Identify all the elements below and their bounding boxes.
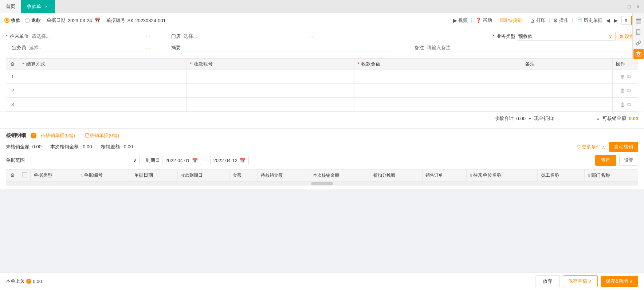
save-draft-button[interactable]: 保存草稿 ∧ — [563, 275, 598, 287]
calendar-icon[interactable]: 📅 — [94, 17, 101, 23]
chevron-up-icon: ∧ — [602, 144, 605, 150]
row-amount-1[interactable] — [354, 70, 522, 84]
row-settlement-2[interactable] — [19, 84, 187, 98]
verify-filter-row: 单据范围 ∨ 到期日 2022-04-01 📅 — 2022-04-12 — [6, 155, 638, 166]
divider2 — [496, 18, 496, 23]
date-from-input[interactable]: 2022-04-01 📅 — [162, 156, 201, 165]
staff-input[interactable] — [28, 44, 143, 51]
shop-more-btn[interactable]: ··· — [307, 34, 315, 39]
tab-home-label: 首页 — [6, 3, 15, 10]
th-gear[interactable]: ⚙ — [6, 59, 19, 70]
video-btn[interactable]: ▶ 视频 — [453, 17, 468, 24]
history-btn[interactable]: 📄 历史单据 — [576, 17, 602, 24]
sidebar-icon-3[interactable] — [633, 38, 644, 48]
row-settlement-3[interactable] — [19, 98, 187, 111]
partner-more-btn[interactable]: ··· — [144, 34, 152, 39]
pending-tab[interactable]: 待核销单据(0笔) — [41, 132, 75, 139]
sidebar-icon-2[interactable] — [633, 27, 644, 37]
row-notes-2[interactable] — [522, 84, 612, 98]
table-section: ⚙ * 结算方式 * 收款账号 * — [0, 58, 644, 111]
sidebar-icon-1[interactable] — [633, 16, 644, 26]
nav-next[interactable]: ▶ — [614, 17, 618, 23]
total-value: 0.00 — [517, 116, 526, 121]
table-gear-icon[interactable]: ⚙ — [10, 61, 15, 67]
main-content: 收款 退款 单据日期 2023-03-24 📅 单据编号 SK-20230324… — [0, 13, 644, 189]
radio-receipt[interactable]: 收款 — [4, 17, 20, 24]
operations-btn[interactable]: ⚙ 操作 — [553, 17, 569, 24]
tab-receipt[interactable]: 收款单 × — [21, 0, 55, 13]
radio-refund[interactable]: 退款 — [25, 17, 41, 24]
more-conditions-btn[interactable]: ▽ 更多条件 ∧ — [577, 144, 605, 150]
row-copy-2[interactable]: ⧉ — [627, 87, 631, 94]
discount-input[interactable] — [557, 115, 594, 122]
summary-input[interactable] — [182, 44, 395, 51]
row-notes-1[interactable] — [522, 70, 612, 84]
type-value: 预收款 — [518, 33, 533, 40]
tab-close-icon[interactable]: × — [43, 4, 49, 9]
bth-gear[interactable]: ⚙ — [6, 170, 19, 181]
row-account-1[interactable] — [187, 70, 354, 84]
save-new-button[interactable]: 保存&新增 ∧ — [601, 276, 638, 287]
sidebar-icon-4[interactable] — [633, 49, 644, 59]
verify-info-icon[interactable]: ? — [31, 133, 36, 138]
more-conditions-label: 更多条件 — [582, 144, 601, 150]
shop-field: 门店 ··· — [169, 33, 315, 40]
radio-refund-circle — [25, 18, 30, 23]
number-label: 单据编号 — [106, 17, 125, 24]
tab-home[interactable]: 首页 — [0, 0, 21, 13]
bottom-gear-icon[interactable]: ⚙ — [10, 172, 15, 178]
row-delete-3[interactable]: 🗑 — [620, 102, 625, 107]
help-label: 帮助 — [483, 17, 492, 24]
done-tab[interactable]: 已核销单据(0笔) — [85, 132, 119, 139]
row-delete-1[interactable]: 🗑 — [620, 74, 625, 80]
bth-current: 本次核销金额 — [310, 170, 370, 181]
date-to-input[interactable]: 2022-04-12 📅 — [210, 156, 249, 165]
th-amount: * 收款金额 — [354, 59, 522, 70]
row-account-2[interactable] — [187, 84, 354, 98]
staff-more-btn[interactable]: ··· — [144, 45, 152, 51]
row-amount-3[interactable] — [354, 98, 522, 111]
auto-verify-btn[interactable]: 自动核销 — [609, 142, 638, 152]
content-area: 收款 退款 单据日期 2023-03-24 📅 单据编号 SK-20230324… — [0, 13, 644, 290]
row-notes-3[interactable] — [522, 98, 612, 111]
print-btn[interactable]: 🖨 打印 — [530, 17, 546, 24]
maximize-button[interactable]: □ — [626, 4, 632, 9]
type-arrow-icon: ∨ — [609, 34, 612, 39]
list-layout-btn[interactable]: ≡ — [621, 16, 630, 25]
bottom-settings-btn[interactable]: 设置 — [619, 155, 638, 166]
row-num-1: 1 — [6, 70, 19, 84]
row-settlement-1[interactable] — [19, 70, 187, 84]
diff-stat: 核销差额: 0.00 — [101, 144, 133, 150]
select-all-checkbox[interactable] — [22, 172, 27, 177]
partner-input[interactable] — [30, 33, 143, 40]
notes-label: 备注 — [412, 44, 424, 51]
row-delete-2[interactable]: 🗑 — [620, 88, 625, 94]
bth-checkbox[interactable] — [19, 170, 31, 181]
row-account-3[interactable] — [187, 98, 354, 111]
staff-label: 业务员 — [6, 44, 26, 51]
shop-input[interactable] — [182, 33, 306, 40]
row-copy-3[interactable]: ⧉ — [627, 101, 631, 107]
bth-staff: 员工名称 — [538, 170, 584, 181]
help-btn[interactable]: ❓ 帮助 — [475, 17, 492, 24]
shortcut-btn[interactable]: ⌨ 快捷键 — [500, 17, 522, 24]
shortcut-icon: ⌨ — [500, 17, 507, 23]
footer-value: 0.00 — [33, 279, 42, 284]
row-copy-1[interactable]: ⧉ — [627, 74, 631, 80]
abandon-button[interactable]: 放弃 — [535, 275, 560, 287]
footer-info-icon[interactable]: ? — [26, 279, 31, 284]
type-select[interactable]: 预收款 ∨ — [517, 32, 614, 41]
discount-label: 现金折扣: — [534, 115, 554, 122]
query-btn[interactable]: 查询 — [595, 155, 616, 166]
notes-input[interactable] — [425, 44, 638, 51]
minimize-button[interactable]: — — [615, 4, 623, 9]
range-select[interactable]: ∨ — [31, 156, 140, 165]
scroll-thumb[interactable] — [311, 182, 333, 185]
row-amount-2[interactable] — [354, 84, 522, 98]
footer-bar: 本单上欠 ? 0.00 放弃 保存草稿 ∧ 保存&新增 ∧ — [0, 272, 644, 290]
bth-number: ⇅ 单据编号 — [77, 170, 131, 181]
close-button[interactable]: × — [635, 4, 641, 9]
toolbar: 收款 退款 单据日期 2023-03-24 📅 单据编号 SK-20230324… — [0, 13, 644, 28]
nav-prev[interactable]: ◀ — [606, 17, 610, 23]
horizontal-scrollbar[interactable] — [6, 181, 638, 185]
